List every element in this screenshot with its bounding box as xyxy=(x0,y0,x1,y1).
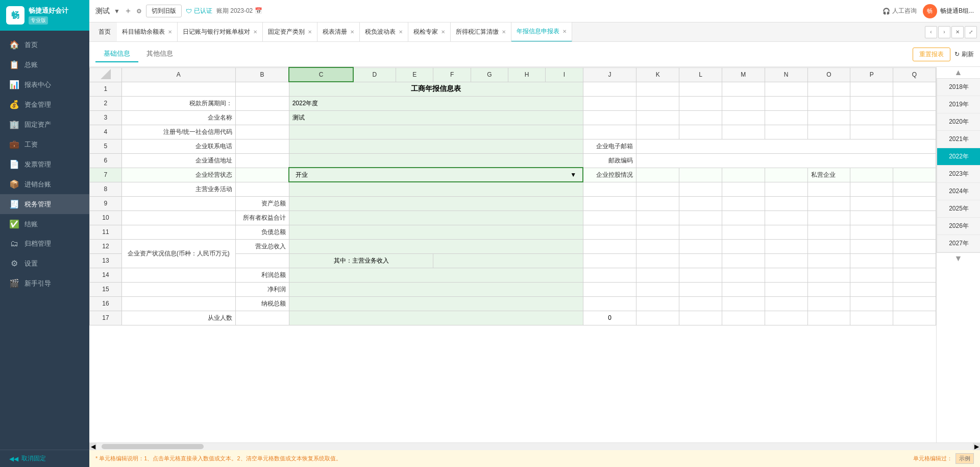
cell-3-O[interactable] xyxy=(807,110,850,125)
cell-16-L[interactable] xyxy=(679,296,722,311)
cell-12-J[interactable] xyxy=(583,239,636,253)
cell-11-Q[interactable] xyxy=(893,225,936,239)
cell-7-O[interactable]: 私营企业 xyxy=(807,168,850,182)
cell-2-L[interactable] xyxy=(679,96,722,110)
cell-14-C[interactable] xyxy=(289,268,583,282)
cell-13-O[interactable] xyxy=(807,253,850,268)
year-item-2018[interactable]: 2018年 xyxy=(937,79,980,96)
cell-6-A[interactable]: 企业通信地址 xyxy=(121,153,235,168)
cell-12-M[interactable] xyxy=(722,239,765,253)
cell-12-P[interactable] xyxy=(850,239,893,253)
cell-9-L[interactable] xyxy=(679,196,722,211)
cell-15-K[interactable] xyxy=(636,282,679,296)
cell-15-M[interactable] xyxy=(722,282,765,296)
cell-3-K[interactable] xyxy=(636,110,679,125)
cell-10-P[interactable] xyxy=(850,211,893,225)
cell-2-N[interactable] xyxy=(765,96,807,110)
tab-expand-button[interactable]: ⤢ xyxy=(965,26,977,38)
cell-13-F[interactable] xyxy=(433,253,583,268)
cell-2-K[interactable] xyxy=(636,96,679,110)
cell-7-L[interactable] xyxy=(679,168,722,182)
cell-9-N[interactable] xyxy=(765,196,807,211)
cell-2-Q[interactable] xyxy=(893,96,936,110)
tab-close-icon[interactable]: ✕ xyxy=(253,29,257,35)
cell-8-A[interactable]: 主营业务活动 xyxy=(121,182,235,196)
year-item-2021[interactable]: 2021年 xyxy=(937,131,980,148)
tab-close-icon[interactable]: ✕ xyxy=(308,29,312,35)
cell-11-P[interactable] xyxy=(850,225,893,239)
cell-17-O[interactable] xyxy=(807,311,850,325)
cell-1-M[interactable] xyxy=(722,82,765,96)
unpin-button[interactable]: ◀◀ 取消固定 xyxy=(0,450,89,467)
cell-1-J[interactable] xyxy=(583,82,636,96)
cell-3-M[interactable] xyxy=(722,110,765,125)
year-item-2019[interactable]: 2019年 xyxy=(937,96,980,113)
cell-6-B[interactable] xyxy=(235,153,289,168)
sidebar-item-funds[interactable]: 💰 资金管理 xyxy=(0,95,89,114)
spreadsheet[interactable]: A B C D E F G H I J K L xyxy=(89,67,936,442)
cell-9-M[interactable] xyxy=(722,196,765,211)
cell-8-O[interactable] xyxy=(807,182,850,196)
cell-9-J[interactable] xyxy=(583,196,636,211)
cell-8-C[interactable] xyxy=(289,182,583,196)
tab-close-icon[interactable]: ✕ xyxy=(399,29,403,35)
topbar-service-button[interactable]: 🎧 人工咨询 xyxy=(883,7,917,15)
cell-5-A[interactable]: 企业联系电话 xyxy=(121,139,235,153)
cell-1-A[interactable] xyxy=(121,82,235,96)
tab-annual-report[interactable]: 年报信息申报表 ✕ xyxy=(511,22,572,42)
cell-14-A[interactable] xyxy=(121,268,235,282)
cell-17-A[interactable]: 从业人数 xyxy=(121,311,235,325)
cell-16-P[interactable] xyxy=(850,296,893,311)
scroll-thumb[interactable] xyxy=(102,444,204,449)
cell-3-Q[interactable] xyxy=(893,110,936,125)
cell-2-B[interactable] xyxy=(235,96,289,110)
cell-16-C[interactable] xyxy=(289,296,583,311)
cell-1-K[interactable] xyxy=(636,82,679,96)
cell-3-L[interactable] xyxy=(679,110,722,125)
cell-15-C[interactable] xyxy=(289,282,583,296)
scroll-down-button[interactable]: ▼ xyxy=(954,254,963,263)
sidebar-item-guide[interactable]: 🎬 新手引导 xyxy=(0,273,89,293)
cell-9-O[interactable] xyxy=(807,196,850,211)
cell-13-L[interactable] xyxy=(679,253,722,268)
cell-7-C[interactable]: 开业 ▼ xyxy=(289,168,583,182)
cell-10-N[interactable] xyxy=(765,211,807,225)
cell-7-N[interactable] xyxy=(765,168,807,182)
cell-4-L[interactable] xyxy=(679,125,722,139)
cell-7-P[interactable] xyxy=(850,168,893,182)
cell-16-N[interactable] xyxy=(765,296,807,311)
cell-12-L[interactable] xyxy=(679,239,722,253)
topbar-dropdown-arrow[interactable]: ▼ xyxy=(114,8,120,15)
cell-10-O[interactable] xyxy=(807,211,850,225)
cell-11-O[interactable] xyxy=(807,225,850,239)
cell-11-K[interactable] xyxy=(636,225,679,239)
topbar-settings-icon[interactable]: ⚙ xyxy=(136,8,142,15)
year-item-2023[interactable]: 2023年 xyxy=(937,166,980,183)
year-item-2025[interactable]: 2025年 xyxy=(937,200,980,218)
sidebar-item-settings[interactable]: ⚙ 设置 xyxy=(0,253,89,273)
sidebar-item-reports[interactable]: 📊 报表中心 xyxy=(0,75,89,95)
cell-15-P[interactable] xyxy=(850,282,893,296)
sidebar-item-home[interactable]: 🏠 首页 xyxy=(0,35,89,55)
tab-next-button[interactable]: › xyxy=(938,26,950,38)
sidebar-item-archive[interactable]: 🗂 归档管理 xyxy=(0,234,89,253)
calendar-icon[interactable]: 📅 xyxy=(255,7,262,14)
cell-10-J[interactable] xyxy=(583,211,636,225)
cell-4-C[interactable] xyxy=(289,125,583,139)
cell-4-P[interactable] xyxy=(850,125,893,139)
cell-4-B[interactable] xyxy=(235,125,289,139)
cell-13-N[interactable] xyxy=(765,253,807,268)
cell-6-J[interactable]: 邮政编码 xyxy=(583,153,636,168)
sheet-tab-other[interactable]: 其他信息 xyxy=(138,46,181,62)
reset-button[interactable]: 重置报表 xyxy=(913,48,950,61)
cell-11-B[interactable]: 负债总额 xyxy=(235,225,289,239)
sidebar-item-tax[interactable]: 🧾 税务管理 xyxy=(0,194,89,214)
cell-17-M[interactable] xyxy=(722,311,765,325)
cell-12-C[interactable] xyxy=(289,239,583,253)
cell-4-J[interactable] xyxy=(583,125,636,139)
topbar-user[interactable]: 畅 畅捷通B组... xyxy=(923,4,974,18)
cell-5-K[interactable] xyxy=(636,139,936,153)
year-item-2024[interactable]: 2024年 xyxy=(937,183,980,200)
sidebar-item-ledger[interactable]: 📋 总账 xyxy=(0,55,89,75)
cell-2-J[interactable] xyxy=(583,96,636,110)
